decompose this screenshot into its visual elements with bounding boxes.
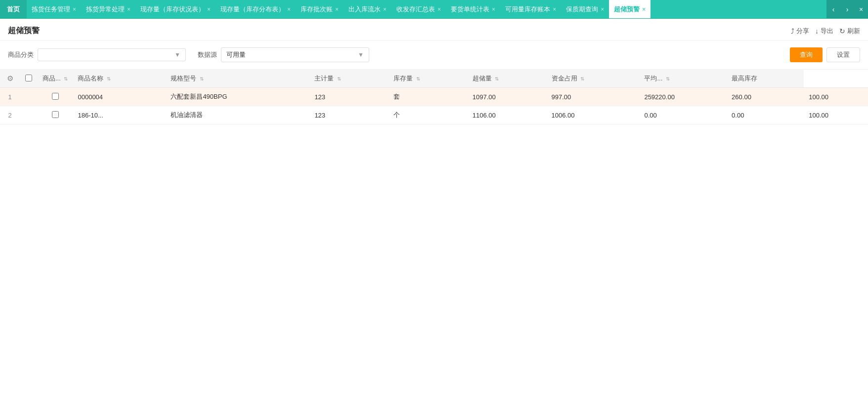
row-overflow-1: 1006.00 bbox=[547, 106, 640, 124]
page-title: 超储预警 bbox=[8, 26, 40, 36]
nav-tab-6[interactable]: 出入库流水 × bbox=[344, 0, 391, 19]
datasource-filter-group: 数据源 可用量 ▼ bbox=[198, 47, 369, 62]
table-row: 2 186-10... 机油滤清器 123 个 1106.00 1006.00 … bbox=[0, 106, 868, 124]
page-header: 超储预警 ⤴ 分享 ↓ 导出 ↻ 刷新 bbox=[0, 19, 868, 40]
filter-actions: 查询 设置 bbox=[790, 47, 860, 62]
row-unit-0: 套 bbox=[389, 88, 468, 106]
nav-tab-7[interactable]: 收发存汇总表 × bbox=[391, 0, 446, 19]
nav-tab-3[interactable]: 现存量（库存状况表） × bbox=[135, 0, 216, 19]
row-spec-1: 123 bbox=[309, 106, 389, 124]
export-button[interactable]: ↓ 导出 bbox=[815, 27, 833, 36]
row-capital-1: 0.00 bbox=[639, 106, 727, 124]
export-icon: ↓ bbox=[815, 27, 819, 35]
col-capital-header[interactable]: 资金占用 ⇅ bbox=[547, 70, 640, 88]
nav-tab-2[interactable]: 拣货异常处理 × bbox=[81, 0, 135, 19]
top-navigation: 首页 拣货任务管理 × 拣货异常处理 × 现存量（库存状况表） × 现存量（库存… bbox=[0, 0, 868, 19]
share-button[interactable]: ⤴ 分享 bbox=[791, 27, 809, 36]
category-label: 商品分类 bbox=[8, 50, 34, 59]
table-row: 1 0000004 六配套新昌490BPG 123 套 1097.00 997.… bbox=[0, 88, 868, 106]
category-select[interactable]: ▼ bbox=[38, 48, 186, 61]
row-unit-1: 个 bbox=[389, 106, 468, 124]
sort-spec-icon: ⇅ bbox=[200, 76, 204, 81]
datasource-select[interactable]: 可用量 ▼ bbox=[221, 47, 369, 62]
row-index-0: 1 bbox=[0, 88, 20, 106]
sort-name-icon: ⇅ bbox=[107, 76, 111, 81]
close-tab-7-icon[interactable]: × bbox=[437, 6, 441, 13]
row-checkbox-1[interactable] bbox=[52, 111, 59, 118]
header-actions: ⤴ 分享 ↓ 导出 ↻ 刷新 bbox=[791, 27, 860, 36]
table-header-row: ⚙ 商品... ⇅ 商品名称 ⇅ 规格型号 ⇅ bbox=[0, 70, 868, 88]
category-chevron-icon: ▼ bbox=[174, 51, 180, 58]
close-tab-2-icon[interactable]: × bbox=[127, 6, 130, 13]
nav-tab-5[interactable]: 库存批次账 × bbox=[296, 0, 344, 19]
sort-stock-icon: ⇅ bbox=[416, 76, 420, 81]
row-stock-1: 1106.00 bbox=[468, 106, 547, 124]
col-checkbox-header bbox=[20, 70, 38, 88]
refresh-button[interactable]: ↻ 刷新 bbox=[839, 27, 860, 36]
close-tab-3-icon[interactable]: × bbox=[207, 6, 211, 13]
row-overflow-0: 997.00 bbox=[547, 88, 640, 106]
sort-overflow-icon: ⇅ bbox=[495, 76, 499, 81]
col-avg-header[interactable]: 平均... ⇅ bbox=[639, 70, 727, 88]
nav-tab-1[interactable]: 拣货任务管理 × bbox=[27, 0, 81, 19]
row-spec-0: 123 bbox=[309, 88, 389, 106]
close-tab-9-icon[interactable]: × bbox=[553, 6, 556, 13]
filter-area: 商品分类 ▼ 数据源 可用量 ▼ 查询 设置 bbox=[0, 40, 868, 70]
row-checkbox-cell-0 bbox=[38, 88, 73, 106]
nav-prev-button[interactable]: ‹ bbox=[826, 0, 840, 19]
page-container: 超储预警 ⤴ 分享 ↓ 导出 ↻ 刷新 商品分类 ▼ 数据源 bbox=[0, 19, 868, 395]
row-stock-0: 1097.00 bbox=[468, 88, 547, 106]
table-settings-icon[interactable]: ⚙ bbox=[7, 74, 13, 82]
col-name-header[interactable]: 商品名称 ⇅ bbox=[73, 70, 166, 88]
nav-tab-9[interactable]: 可用量库存账本 × bbox=[500, 0, 561, 19]
row-avg-0: 260.00 bbox=[727, 88, 804, 106]
sort-avg-icon: ⇅ bbox=[666, 76, 670, 81]
datasource-chevron-icon: ▼ bbox=[358, 51, 364, 58]
main-table: ⚙ 商品... ⇅ 商品名称 ⇅ 规格型号 ⇅ bbox=[0, 70, 868, 124]
datasource-select-value: 可用量 bbox=[226, 50, 246, 59]
settings-button[interactable]: 设置 bbox=[826, 47, 860, 62]
sort-unit-icon: ⇅ bbox=[337, 76, 341, 81]
table-container: ⚙ 商品... ⇅ 商品名称 ⇅ 规格型号 ⇅ bbox=[0, 70, 868, 132]
col-unit-header[interactable]: 主计量 ⇅ bbox=[309, 70, 389, 88]
sort-capital-icon: ⇅ bbox=[580, 76, 584, 81]
nav-next-button[interactable]: › bbox=[840, 0, 854, 19]
col-settings-header: ⚙ bbox=[0, 70, 20, 88]
col-spec-header[interactable]: 规格型号 ⇅ bbox=[166, 70, 309, 88]
col-stock-header[interactable]: 库存量 ⇅ bbox=[389, 70, 468, 88]
row-avg-1: 0.00 bbox=[727, 106, 804, 124]
nav-tab-11[interactable]: 超储预警 × bbox=[609, 0, 651, 19]
nav-home[interactable]: 首页 bbox=[0, 0, 27, 19]
close-tab-10-icon[interactable]: × bbox=[601, 6, 604, 13]
col-maxstock-header[interactable]: 最高库存 bbox=[727, 70, 804, 88]
close-tab-5-icon[interactable]: × bbox=[335, 6, 339, 13]
close-tab-6-icon[interactable]: × bbox=[383, 6, 387, 13]
row-name-1: 机油滤清器 bbox=[166, 106, 309, 124]
nav-more-button[interactable]: × bbox=[854, 0, 868, 19]
nav-arrows: ‹ › × bbox=[826, 0, 868, 19]
row-checkbox-cell-1 bbox=[38, 106, 73, 124]
col-code-header[interactable]: 商品... ⇅ bbox=[38, 70, 73, 88]
query-button[interactable]: 查询 bbox=[790, 47, 823, 62]
category-filter-group: 商品分类 ▼ bbox=[8, 48, 186, 61]
row-code-0: 0000004 bbox=[73, 88, 166, 106]
close-tab-8-icon[interactable]: × bbox=[492, 6, 495, 13]
close-tab-4-icon[interactable]: × bbox=[287, 6, 291, 13]
share-icon: ⤴ bbox=[791, 27, 794, 35]
select-all-checkbox[interactable] bbox=[25, 75, 32, 81]
row-settings-0 bbox=[20, 88, 38, 106]
row-settings-1 bbox=[20, 106, 38, 124]
row-index-1: 2 bbox=[0, 106, 20, 124]
row-checkbox-0[interactable] bbox=[52, 93, 59, 100]
sort-code-icon: ⇅ bbox=[64, 76, 68, 81]
nav-tab-4[interactable]: 现存量（库存分布表） × bbox=[216, 0, 296, 19]
row-maxstock-1: 100.00 bbox=[804, 106, 868, 124]
close-tab-1-icon[interactable]: × bbox=[73, 6, 76, 13]
col-overflow-header[interactable]: 超储量 ⇅ bbox=[468, 70, 547, 88]
nav-tab-8[interactable]: 要货单统计表 × bbox=[446, 0, 500, 19]
nav-tab-10[interactable]: 保质期查询 × bbox=[561, 0, 609, 19]
datasource-label: 数据源 bbox=[198, 50, 217, 59]
close-tab-11-icon[interactable]: × bbox=[642, 6, 646, 13]
row-code-1: 186-10... bbox=[73, 106, 166, 124]
row-maxstock-0: 100.00 bbox=[804, 88, 868, 106]
